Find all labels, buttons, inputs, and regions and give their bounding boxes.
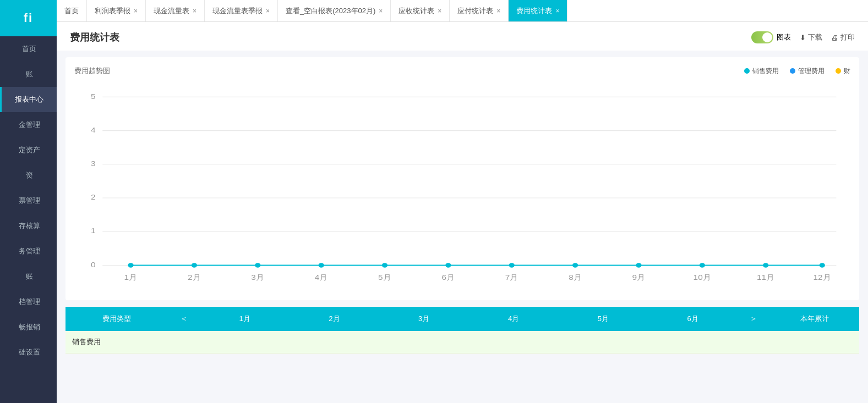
svg-text:1月: 1月: [124, 273, 138, 281]
svg-text:7月: 7月: [505, 273, 518, 281]
sidebar-item-basic-settings[interactable]: 础设置: [0, 340, 57, 365]
svg-point-33: [700, 263, 705, 267]
row-type-label: 销售费用: [65, 331, 168, 353]
legend-label-admin: 管理费用: [798, 67, 825, 76]
close-tab-profit-quarterly[interactable]: ×: [134, 7, 138, 15]
tab-bar: 首页 利润表季报 × 现金流量表 × 现金流量表季报 × 查看_空白报表(202…: [57, 0, 868, 22]
svg-text:5月: 5月: [378, 273, 391, 281]
header-actions: 图表 ⬇ 下载 🖨 打印: [751, 31, 855, 43]
close-tab-cashflow[interactable]: ×: [193, 7, 196, 15]
col-header-type: 费用类型: [65, 307, 168, 331]
chart-toggle-container: 图表: [751, 31, 791, 43]
svg-text:2月: 2月: [188, 273, 201, 281]
legend-admin-expense: 管理费用: [790, 67, 825, 76]
svg-point-35: [820, 263, 825, 267]
chart-toggle[interactable]: [751, 31, 773, 43]
svg-point-25: [192, 263, 197, 267]
svg-point-28: [382, 263, 387, 267]
svg-text:0: 0: [91, 261, 96, 268]
tab-expense-stats[interactable]: 费用统计表 ×: [509, 0, 567, 22]
svg-text:6月: 6月: [441, 273, 455, 281]
legend-dot-finance: [836, 68, 841, 74]
close-tab-expense-stats[interactable]: ×: [555, 7, 559, 15]
svg-point-30: [509, 263, 515, 267]
table-section: 费用类型 ＜ 1月 2月 3月 4月 5月 6月 ＞ 本年累计: [65, 307, 859, 354]
download-icon: ⬇: [800, 34, 806, 42]
close-tab-cashflow-quarterly[interactable]: ×: [266, 7, 270, 15]
row-m5-val: [558, 331, 648, 353]
tab-cashflow-quarterly[interactable]: 现金流量表季报 ×: [205, 0, 278, 22]
svg-text:4: 4: [91, 126, 96, 134]
nav-prev-arrow[interactable]: ＜: [177, 314, 191, 323]
sidebar-item-capital[interactable]: 资: [0, 163, 57, 188]
svg-text:8月: 8月: [569, 273, 582, 281]
svg-point-32: [636, 263, 641, 267]
tab-payable[interactable]: 应付统计表 ×: [450, 0, 509, 22]
svg-text:3月: 3月: [251, 273, 264, 281]
sidebar-item-home[interactable]: 首页: [0, 36, 57, 62]
sidebar-item-ledger[interactable]: 账: [0, 264, 57, 289]
sidebar-item-service-mgmt[interactable]: 务管理: [0, 239, 57, 264]
chart-section: 费用趋势图 销售费用 管理费用 财: [65, 57, 859, 300]
legend-sales-expense: 销售费用: [744, 67, 779, 76]
sidebar-item-fixed-assets[interactable]: 定资产: [0, 137, 57, 163]
row-m1-val: [200, 331, 290, 353]
svg-text:10月: 10月: [694, 273, 711, 281]
sidebar-item-archive-mgmt[interactable]: 档管理: [0, 289, 57, 314]
sidebar-item-inventory[interactable]: 存核算: [0, 213, 57, 239]
tab-blank-report[interactable]: 查看_空白报表(2023年02月) ×: [278, 0, 391, 22]
svg-point-24: [128, 263, 133, 267]
close-tab-blank-report[interactable]: ×: [379, 7, 383, 15]
close-tab-receivable[interactable]: ×: [438, 7, 441, 15]
close-tab-payable[interactable]: ×: [496, 7, 500, 15]
legend-label-finance: 财: [844, 67, 850, 76]
col-header-m3: 3月: [379, 307, 469, 331]
row-nav-prev-cell: [168, 331, 200, 353]
tab-cashflow[interactable]: 现金流量表 ×: [146, 0, 205, 22]
legend-finance-expense: 财: [836, 67, 850, 76]
tab-home[interactable]: 首页: [57, 0, 87, 22]
table-header-row: 费用类型 ＜ 1月 2月 3月 4月 5月 6月 ＞ 本年累计: [65, 307, 859, 331]
svg-text:5: 5: [91, 92, 96, 100]
tab-receivable[interactable]: 应收统计表 ×: [391, 0, 450, 22]
tab-profit-quarterly[interactable]: 利润表季报 ×: [87, 0, 146, 22]
col-header-ytd: 本年累计: [769, 307, 859, 331]
data-table: 费用类型 ＜ 1月 2月 3月 4月 5月 6月 ＞ 本年累计: [65, 307, 859, 354]
sidebar-item-invoice-mgmt[interactable]: 票管理: [0, 188, 57, 213]
col-header-m2: 2月: [290, 307, 379, 331]
legend-label-sales: 销售费用: [752, 67, 779, 76]
row-nav-next-cell: [738, 331, 769, 353]
main-area: 首页 利润表季报 × 现金流量表 × 现金流量表季报 × 查看_空白报表(202…: [57, 0, 868, 403]
svg-point-27: [319, 263, 324, 267]
toggle-label: 图表: [777, 32, 791, 42]
print-label: 打印: [840, 32, 855, 42]
svg-point-31: [572, 263, 578, 267]
sidebar-item-report-center[interactable]: 报表中心: [0, 87, 57, 112]
row-m6-val: [648, 331, 738, 353]
col-header-nav-prev[interactable]: ＜: [168, 307, 200, 331]
sidebar-item-account[interactable]: 账: [0, 62, 57, 87]
svg-text:12月: 12月: [814, 273, 831, 281]
row-m3-val: [379, 331, 469, 353]
sidebar-item-cash-mgmt[interactable]: 金管理: [0, 112, 57, 137]
svg-text:2: 2: [91, 194, 96, 201]
chart-header: 费用趋势图 销售费用 管理费用 财: [74, 66, 850, 76]
svg-point-34: [763, 263, 768, 267]
sidebar-item-expense-reimb[interactable]: 畅报销: [0, 314, 57, 340]
col-header-m4: 4月: [469, 307, 559, 331]
svg-point-26: [255, 263, 260, 267]
row-m4-val: [469, 331, 559, 353]
svg-text:9月: 9月: [632, 273, 646, 281]
row-m2-val: [290, 331, 379, 353]
sidebar-logo: fi: [0, 0, 57, 36]
svg-point-29: [445, 263, 451, 267]
print-button[interactable]: 🖨 打印: [831, 32, 855, 42]
nav-next-arrow[interactable]: ＞: [746, 314, 761, 323]
svg-text:3: 3: [91, 159, 96, 167]
page-header: 费用统计表 图表 ⬇ 下载 🖨 打印: [57, 22, 868, 51]
download-button[interactable]: ⬇ 下载: [800, 32, 822, 42]
legend-dot-sales: [744, 68, 750, 74]
svg-text:4月: 4月: [315, 273, 328, 281]
col-header-nav-next[interactable]: ＞: [738, 307, 769, 331]
col-header-m6: 6月: [648, 307, 738, 331]
